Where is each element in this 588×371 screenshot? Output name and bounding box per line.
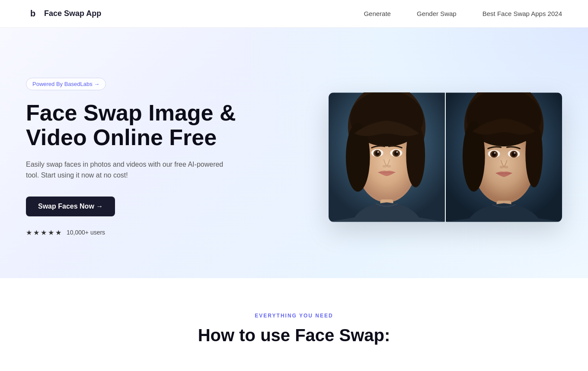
star-4: ★ bbox=[48, 228, 54, 237]
nav-link-best-apps[interactable]: Best Face Swap Apps 2024 bbox=[483, 10, 562, 17]
hero-image-original bbox=[329, 92, 445, 222]
face-portrait-left bbox=[329, 92, 445, 222]
nav-link-generate[interactable]: Generate bbox=[364, 10, 391, 17]
navbar: b Face Swap App Generate Gender Swap Bes… bbox=[0, 0, 588, 28]
svg-point-32 bbox=[504, 166, 508, 168]
svg-point-30 bbox=[514, 152, 515, 154]
users-text: 10,000+ users bbox=[67, 229, 105, 236]
hero-title-line1: Face Swap Image & bbox=[26, 100, 236, 125]
powered-badge[interactable]: Powered By BasedLabs → bbox=[26, 78, 106, 90]
hero-right bbox=[267, 92, 562, 222]
face-portrait-right bbox=[446, 92, 562, 222]
svg-point-12 bbox=[377, 151, 379, 153]
nav-logo[interactable]: b Face Swap App bbox=[26, 7, 101, 21]
star-row: ★ ★ ★ ★ ★ 10,000+ users bbox=[26, 228, 267, 237]
hero-title: Face Swap Image & Video Online Free bbox=[26, 101, 267, 150]
star-2: ★ bbox=[33, 228, 39, 237]
hero-left: Powered By BasedLabs → Face Swap Image &… bbox=[26, 78, 267, 237]
hero-title-line2: Video Online Free bbox=[26, 125, 217, 150]
svg-point-15 bbox=[387, 165, 391, 168]
hero-image-swapped bbox=[446, 92, 562, 222]
svg-point-29 bbox=[494, 152, 496, 154]
steps-section: EVERYTHING YOU NEED How to use Face Swap… bbox=[0, 278, 588, 371]
star-5: ★ bbox=[55, 228, 61, 237]
hero-subtitle: Easily swap faces in photos and videos w… bbox=[26, 159, 233, 181]
nav-links: Generate Gender Swap Best Face Swap Apps… bbox=[364, 10, 562, 17]
svg-point-14 bbox=[383, 165, 387, 168]
svg-point-13 bbox=[396, 151, 398, 153]
stars-display: ★ ★ ★ ★ ★ bbox=[26, 228, 61, 237]
hero-image-compare bbox=[329, 92, 562, 222]
svg-point-31 bbox=[500, 166, 504, 168]
steps-eyebrow: EVERYTHING YOU NEED bbox=[26, 313, 562, 319]
star-1: ★ bbox=[26, 228, 32, 237]
swap-faces-button[interactable]: Swap Faces Now → bbox=[26, 197, 115, 216]
star-3: ★ bbox=[41, 228, 47, 237]
steps-title: How to use Face Swap: bbox=[26, 326, 562, 345]
hero-section: Powered By BasedLabs → Face Swap Image &… bbox=[0, 28, 588, 278]
logo-text: Face Swap App bbox=[44, 9, 101, 18]
nav-link-gender-swap[interactable]: Gender Swap bbox=[417, 10, 457, 17]
logo-icon: b bbox=[26, 7, 40, 21]
